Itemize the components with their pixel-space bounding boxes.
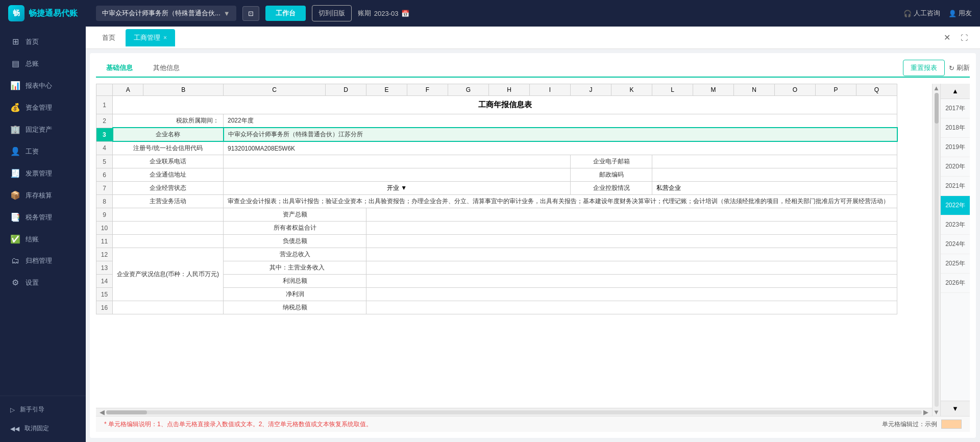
copy-button[interactable]: ⊡ [242,6,259,21]
phone-value-cell[interactable] [224,155,571,168]
tab-home[interactable]: 首页 [94,29,124,46]
sidebar-item-reports[interactable]: 📊 报表中心 [0,75,86,96]
period-display: 账期 2023-03 📅 [358,9,410,18]
col-header-g[interactable]: G [448,84,489,96]
sheet-title-cell[interactable]: 工商年报信息表 [113,96,897,114]
refresh-button[interactable]: ↻ 刷新 [949,63,970,72]
col-header-c[interactable]: C [224,84,326,96]
company-name-label-cell: 企业名称 [113,128,224,141]
sidebar-item-closing[interactable]: ✅ 结账 [0,228,86,250]
table-row: 9 资产总额 [96,208,897,222]
company-name-value-cell[interactable]: 中审众环会计师事务所（特殊普通合伙）江苏分所 [224,128,897,141]
sidebar-item-ledger[interactable]: ▤ 总账 [0,53,86,75]
sidebar-item-finance[interactable]: 💰 资金管理 [0,96,86,118]
sub-tab-other[interactable]: 其他信息 [143,59,190,78]
total-revenue-value[interactable] [366,248,897,261]
user-menu[interactable]: 👤 用友 [948,9,972,18]
calendar-icon[interactable]: 📅 [401,10,409,17]
v-scroll-thumb[interactable] [935,93,939,124]
sidebar-item-inventory[interactable]: 📦 库存核算 [0,184,86,206]
year-item-2017[interactable]: 2017年 [941,99,970,118]
year-item-2023[interactable]: 2023年 [941,215,970,235]
profit-value[interactable] [366,275,897,288]
col-header-h[interactable]: H [489,84,530,96]
sidebar-item-settings[interactable]: ⚙ 设置 [0,272,86,293]
year-item-2025[interactable]: 2025年 [941,254,970,274]
h-scrollbar[interactable]: ◀ ▶ [96,408,932,416]
switch-version-button[interactable]: 切到旧版 [312,5,352,21]
reset-report-button[interactable]: 重置报表 [903,60,945,76]
liability-value-cell[interactable] [366,235,897,248]
sidebar-item-home[interactable]: ⊞ 首页 [0,31,86,53]
panel-close-button[interactable]: ✕ [940,31,954,44]
regnum-value-cell[interactable]: 91320100MA208E5W6K [224,141,897,155]
col-header-n[interactable]: N [734,84,775,96]
panel-expand-button[interactable]: ⛶ [957,32,972,44]
sidebar-item-archive[interactable]: 🗂 归档管理 [0,250,86,272]
col-header-a[interactable]: A [113,84,143,96]
h-scroll-thumb[interactable] [106,410,147,414]
col-header-b[interactable]: B [143,84,224,96]
profit-label: 利润总额 [224,275,366,288]
main-revenue-label: 其中：主营业务收入 [224,261,366,275]
period-value-cell[interactable]: 2022年度 [224,114,897,128]
col-header-q[interactable]: Q [856,84,897,96]
year-item-2021[interactable]: 2021年 [941,177,970,196]
net-profit-value[interactable] [366,288,897,301]
h-scroll-left[interactable]: ◀ [98,408,106,416]
main-revenue-value[interactable] [366,261,897,275]
equity-value-cell[interactable] [366,222,897,235]
sidebar-item-tax[interactable]: 📑 税务管理 [0,206,86,228]
address-value-cell[interactable] [224,168,571,182]
spreadsheet-inner[interactable]: A B C D E F G H I J [96,84,932,408]
year-item-2018[interactable]: 2018年 [941,118,970,138]
sidebar-bottom: ▷ 新手引导 ◀◀ 取消固定 [0,396,86,442]
main-biz-value-cell[interactable]: 审查企业会计报表；出具审计报告；验证企业资本；出具验资报告；办理企业合并、分立、… [224,195,897,208]
col-header-d[interactable]: D [326,84,366,96]
service-button[interactable]: 🎧 人工咨询 [903,9,940,18]
sub-tab-basic[interactable]: 基础信息 [96,59,143,78]
sheet-table: A B C D E F G H I J [96,84,898,314]
year-item-2020[interactable]: 2020年 [941,157,970,177]
main-biz-label-cell: 主营业务活动 [113,195,224,208]
biz-status-value-cell[interactable]: 开业 ▼ [224,182,571,195]
col-header-p[interactable]: P [816,84,856,96]
postcode-value-cell[interactable] [652,168,897,182]
tab-close-button[interactable]: × [163,34,167,41]
email-value-cell[interactable] [652,155,897,168]
sidebar-item-wages[interactable]: 👤 工资 [0,140,86,162]
row9-empty [113,208,224,222]
year-sidebar-nav-up[interactable]: ▲ [941,84,970,99]
col-header-i[interactable]: I [530,84,571,96]
col-header-row: A B C D E F G H I J [96,84,897,96]
col-header-j[interactable]: J [571,84,611,96]
year-sidebar-nav-down[interactable]: ▼ [941,401,970,416]
year-item-2019[interactable]: 2019年 [941,138,970,157]
sidebar-item-newuser[interactable]: ▷ 新手引导 [0,400,86,419]
v-scrollbar[interactable]: ▲ ▼ [932,84,940,416]
v-scroll-down[interactable]: ▼ [933,408,941,416]
year-item-2026[interactable]: 2026年 [941,274,970,293]
year-item-2024[interactable]: 2024年 [941,235,970,254]
year-item-2022[interactable]: 2022年 [941,196,970,215]
col-header-m[interactable]: M [693,84,734,96]
col-header-o[interactable]: O [775,84,816,96]
col-header-f[interactable]: F [407,84,448,96]
holding-value-cell[interactable]: 私营企业 [652,182,897,195]
v-scroll-up[interactable]: ▲ [933,84,941,92]
sidebar-item-unpin[interactable]: ◀◀ 取消固定 [0,419,86,438]
col-header-e[interactable]: E [366,84,407,96]
assets-value-cell[interactable] [366,208,897,222]
tax-total-value[interactable] [366,301,897,314]
sidebar-item-invoice[interactable]: 🧾 发票管理 [0,162,86,184]
row-num-10: 10 [96,222,113,235]
row-num-9: 9 [96,208,113,222]
workbench-button[interactable]: 工作台 [265,6,306,21]
col-header-k[interactable]: K [611,84,652,96]
h-scroll-right[interactable]: ▶ [922,408,930,416]
user-icon: 👤 [948,10,957,17]
tab-industrial[interactable]: 工商管理 × [126,29,175,46]
company-selector[interactable]: 中审众环会计师事务所（特殊普通合伙... ▼ [96,6,236,21]
sidebar-item-assets[interactable]: 🏢 固定资产 [0,118,86,140]
col-header-l[interactable]: L [652,84,693,96]
